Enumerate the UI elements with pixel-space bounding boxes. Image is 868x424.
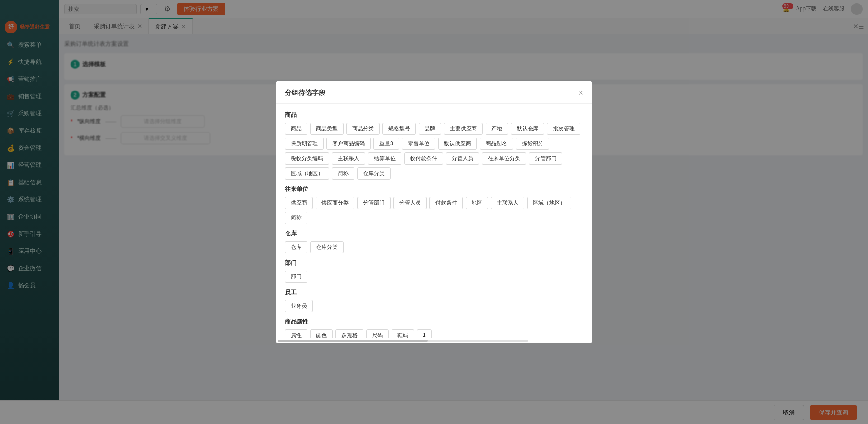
field-tag-goods-22[interactable]: 分管部门 — [529, 152, 562, 165]
section-fields-warehouse: 仓库仓库分类 — [285, 241, 583, 253]
field-tag-warehouse-1[interactable]: 仓库分类 — [310, 241, 344, 253]
field-tag-goods-19[interactable]: 收付款条件 — [404, 152, 443, 165]
modal-hscrollbar[interactable] — [276, 338, 592, 343]
section-title-product_attr: 商品属性 — [285, 318, 583, 326]
section-fields-goods: 商品商品类型商品分类规格型号品牌主要供应商产地默认仓库批次管理保质期管理客户商品… — [285, 123, 583, 180]
field-tag-goods-3[interactable]: 规格型号 — [382, 123, 416, 135]
field-tag-goods-16[interactable]: 税收分类编码 — [285, 152, 329, 165]
field-tag-goods-21[interactable]: 往来单位分类 — [482, 152, 526, 165]
field-tag-goods-10[interactable]: 客户商品编码 — [326, 138, 371, 150]
field-tag-department-0[interactable]: 部门 — [285, 271, 307, 283]
field-tag-partner-3[interactable]: 分管人员 — [393, 197, 427, 209]
field-tag-goods-18[interactable]: 结算单位 — [368, 152, 401, 165]
section-fields-department: 部门 — [285, 271, 583, 283]
field-tag-goods-12[interactable]: 零售单位 — [402, 138, 435, 150]
field-tag-goods-5[interactable]: 主要供应商 — [444, 123, 483, 135]
field-tag-goods-15[interactable]: 拣货积分 — [516, 138, 549, 150]
field-tag-partner-1[interactable]: 供应商分类 — [316, 197, 354, 209]
field-tag-partner-8[interactable]: 简称 — [285, 212, 307, 224]
field-tag-goods-20[interactable]: 分管人员 — [446, 152, 479, 165]
field-tag-partner-4[interactable]: 付款条件 — [429, 197, 463, 209]
field-tag-goods-24[interactable]: 简称 — [332, 167, 354, 180]
modal-dialog: 分组待选字段 × 商品商品商品类型商品分类规格型号品牌主要供应商产地默认仓库批次… — [276, 81, 592, 343]
field-tag-product_attr-5[interactable]: 1 — [417, 329, 432, 338]
field-tag-product_attr-2[interactable]: 多规格 — [335, 329, 363, 338]
field-tag-goods-7[interactable]: 默认仓库 — [511, 123, 544, 135]
section-title-warehouse: 仓库 — [285, 229, 583, 238]
section-title-goods: 商品 — [285, 111, 583, 119]
field-tag-goods-6[interactable]: 产地 — [486, 123, 508, 135]
field-tag-product_attr-3[interactable]: 尺码 — [366, 329, 389, 338]
section-title-partner: 往来单位 — [285, 185, 583, 193]
modal-overlay: 分组待选字段 × 商品商品商品类型商品分类规格型号品牌主要供应商产地默认仓库批次… — [0, 0, 868, 424]
modal-header: 分组待选字段 × — [276, 81, 592, 104]
field-tag-product_attr-4[interactable]: 鞋码 — [392, 329, 414, 338]
field-tag-goods-23[interactable]: 区域（地区） — [285, 167, 329, 180]
section-fields-product_attr: 属性颜色多规格尺码鞋码1 — [285, 329, 583, 338]
field-tag-goods-14[interactable]: 商品别名 — [480, 138, 513, 150]
field-tag-goods-13[interactable]: 默认供应商 — [438, 138, 477, 150]
field-tag-goods-8[interactable]: 批次管理 — [547, 123, 580, 135]
field-tag-partner-0[interactable]: 供应商 — [285, 197, 313, 209]
field-tag-warehouse-0[interactable]: 仓库 — [285, 241, 307, 253]
field-tag-partner-7[interactable]: 区域（地区） — [527, 197, 571, 209]
modal-close-button[interactable]: × — [578, 88, 583, 98]
field-tag-goods-0[interactable]: 商品 — [285, 123, 307, 135]
field-tag-goods-17[interactable]: 主联系人 — [332, 152, 365, 165]
field-tag-goods-25[interactable]: 仓库分类 — [357, 167, 391, 180]
field-tag-partner-5[interactable]: 地区 — [466, 197, 488, 209]
field-tag-goods-2[interactable]: 商品分类 — [346, 123, 380, 135]
modal-title: 分组待选字段 — [285, 89, 326, 97]
field-tag-goods-9[interactable]: 保质期管理 — [285, 138, 324, 150]
field-tag-goods-11[interactable]: 重量3 — [373, 138, 399, 150]
field-tag-partner-2[interactable]: 分管部门 — [357, 197, 391, 209]
field-tag-product_attr-0[interactable]: 属性 — [285, 329, 307, 338]
field-tag-goods-4[interactable]: 品牌 — [419, 123, 441, 135]
field-tag-goods-1[interactable]: 商品类型 — [310, 123, 344, 135]
modal-body[interactable]: 商品商品商品类型商品分类规格型号品牌主要供应商产地默认仓库批次管理保质期管理客户… — [276, 104, 592, 338]
field-tag-product_attr-1[interactable]: 颜色 — [310, 329, 333, 338]
section-fields-partner: 供应商供应商分类分管部门分管人员付款条件地区主联系人区域（地区）简称 — [285, 197, 583, 224]
field-tag-employee-0[interactable]: 业务员 — [285, 300, 313, 312]
section-fields-employee: 业务员 — [285, 300, 583, 312]
field-tag-partner-6[interactable]: 主联系人 — [491, 197, 524, 209]
section-title-department: 部门 — [285, 259, 583, 267]
section-title-employee: 员工 — [285, 288, 583, 296]
